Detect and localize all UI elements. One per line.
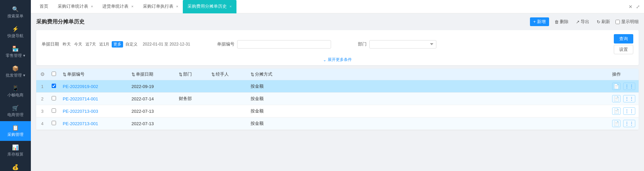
more-action-2[interactable]: ⋮⋮ <box>623 107 635 115</box>
row-actions-3: 📄 ⋮⋮ <box>609 117 639 130</box>
handler-sort[interactable]: ⇅ 经手人 <box>211 71 229 77</box>
date-field: 单据日期 昨天 今天 近7天 近1月 更多 自定义 2022-01-01 至 2… <box>42 41 190 48</box>
toolbar: + 新增 🗑 删除 ↗ 导出 ↻ 刷新 显示明细 <box>530 17 639 26</box>
refresh-button[interactable]: ↻ 刷新 <box>595 18 612 26</box>
row-select-0[interactable] <box>52 84 56 88</box>
show-columns-checkbox[interactable]: 显示明细 <box>615 19 639 25</box>
view-action-3[interactable]: 📄 <box>612 120 621 127</box>
search-icon: 🔍 <box>1 6 30 12</box>
doc-date-sort[interactable]: ⇅ 单据日期 <box>131 71 153 77</box>
doc-no-field: 单据编号 <box>217 40 331 49</box>
table-header-row: ⚙ ⇅ 单据编号 ⇅ <box>36 69 639 80</box>
expand-window-icon[interactable]: ⤢ <box>636 4 640 9</box>
col-dept-header: ⇅ 部门 <box>175 69 208 80</box>
more-action-3[interactable]: ⋮⋮ <box>623 120 635 127</box>
view-action-2[interactable]: 📄 <box>612 107 621 115</box>
sidebar-item-quicknav[interactable]: ⚡快捷导航 <box>0 22 31 42</box>
search-buttons: 查询 设置 <box>614 34 633 54</box>
yesterday-btn[interactable]: 昨天 <box>62 41 72 48</box>
row-select-2[interactable] <box>52 108 56 113</box>
add-button[interactable]: + 新增 <box>530 17 549 26</box>
row-select-1[interactable] <box>52 96 56 100</box>
row-actions-1: 📄 ⋮⋮ <box>609 93 639 105</box>
col-doc-no-header: ⇅ 单据编号 <box>59 69 128 80</box>
col-settings-header: ⚙ <box>36 69 48 80</box>
tab-close-stock-in-stat[interactable]: × <box>131 0 133 13</box>
expand-more-row: ⌄ 展开更多条件 <box>42 57 633 63</box>
tab-label-purchase-order-stat: 采购订单统计表 <box>58 0 88 13</box>
sidebar-item-finance[interactable]: 💰资金管理 <box>0 161 31 171</box>
tab-close-purchase-order-exec[interactable]: × <box>176 0 178 13</box>
tab-close-purchase-cost-history[interactable]: × <box>229 0 231 13</box>
chevron-down-icon: ⌄ <box>323 58 326 62</box>
tab-close-purchase-order-stat[interactable]: × <box>91 0 93 13</box>
row-handler-2 <box>208 105 248 117</box>
row-num-0: 1 <box>36 80 48 93</box>
table-body: 1 PE-20220919-002 2022-09-19 按金额 📄 ⋮⋮ 2 <box>36 80 639 130</box>
more-action-1[interactable]: ⋮⋮ <box>623 95 635 102</box>
doc-no-link-0[interactable]: PE-20220919-002 <box>63 84 98 89</box>
dept-sort[interactable]: ⇅ 部门 <box>179 71 192 77</box>
tab-label-purchase-order-exec: 采购订单执行表 <box>143 0 173 13</box>
col-doc-date-header: ⇅ 单据日期 <box>128 69 175 80</box>
sidebar-item-miniapp[interactable]: 📱小畅电商 <box>0 82 31 101</box>
action-icons-0: 📄 ⋮⋮ <box>612 83 635 90</box>
search-settings-button[interactable]: 设置 <box>614 45 633 54</box>
sidebar-item-retail[interactable]: 🏪零售管理 ▾ <box>0 42 31 62</box>
more-action-0[interactable]: ⋮⋮ <box>623 83 635 90</box>
row-handler-1 <box>208 93 248 105</box>
col-checkbox-header <box>48 69 59 80</box>
sidebar-item-inventory[interactable]: 📊库存核算 <box>0 141 31 161</box>
row-split-method-3: 按金额 <box>247 117 609 130</box>
doc-no-sort[interactable]: ⇅ 单据编号 <box>63 71 85 77</box>
dept-select[interactable]: 财务部 <box>369 40 436 49</box>
row-doc-no-1: PE-20220714-001 <box>59 93 128 105</box>
tab-purchase-order-stat[interactable]: 采购订单统计表× <box>53 0 98 13</box>
sidebar-item-search[interactable]: 🔍搜索菜单 <box>0 3 31 22</box>
sidebar-item-purchase[interactable]: 📋采购管理 <box>0 121 31 141</box>
tab-bar: 首页采购订单统计表×进货单统计表×采购订单执行表×采购费用分摊单历史× ✕ ⤢ <box>31 0 644 13</box>
export-button[interactable]: ↗ 导出 <box>574 18 591 26</box>
last7days-btn[interactable]: 近7天 <box>85 41 97 48</box>
tab-home[interactable]: 首页 <box>35 0 53 13</box>
row-dept-3 <box>175 117 208 130</box>
inventory-icon: 📊 <box>1 144 30 151</box>
expand-conditions-btn[interactable]: ⌄ 展开更多条件 <box>323 57 352 63</box>
select-all-checkbox[interactable] <box>52 72 56 76</box>
row-doc-no-0: PE-20220919-002 <box>59 80 128 93</box>
tab-purchase-order-exec[interactable]: 采购订单执行表× <box>138 0 183 13</box>
delete-button[interactable]: 🗑 删除 <box>552 18 571 26</box>
tab-purchase-cost-history[interactable]: 采购费用分摊单历史× <box>183 0 236 13</box>
page-header: 采购费用分摊单历史 + 新增 🗑 删除 ↗ 导出 ↻ 刷新 显示明细 <box>36 17 639 26</box>
tab-stock-in-stat[interactable]: 进货单统计表× <box>98 0 138 13</box>
search-panel: 单据日期 昨天 今天 近7天 近1月 更多 自定义 2022-01-01 至 2… <box>36 30 639 65</box>
search-row-1: 单据日期 昨天 今天 近7天 近1月 更多 自定义 2022-01-01 至 2… <box>42 34 633 54</box>
today-btn[interactable]: 今天 <box>73 41 83 48</box>
split-method-sort[interactable]: ⇅ 分摊方式 <box>251 71 272 77</box>
query-button[interactable]: 查询 <box>614 34 633 44</box>
view-action-1[interactable]: 📄 <box>612 95 621 102</box>
delete-icon: 🗑 <box>554 19 559 24</box>
more-dates-btn[interactable]: 更多 <box>112 41 123 48</box>
purchase-icon: 📋 <box>1 124 30 131</box>
show-columns-input[interactable] <box>615 20 620 24</box>
sidebar-label-quicknav: 快捷导航 <box>1 33 30 39</box>
column-settings-icon[interactable]: ⚙ <box>40 71 45 77</box>
sidebar-item-ecommerce[interactable]: 🛒电商管理 <box>0 101 31 121</box>
last1month-btn[interactable]: 近1月 <box>98 41 111 48</box>
refresh-icon: ↻ <box>597 19 600 24</box>
custom-date-btn[interactable]: 自定义 <box>124 41 139 48</box>
main-area: 首页采购订单统计表×进货单统计表×采购订单执行表×采购费用分摊单历史× ✕ ⤢ … <box>31 0 644 171</box>
close-window-icon[interactable]: ✕ <box>629 4 633 9</box>
doc-no-link-3[interactable]: PE-20220713-001 <box>63 121 98 126</box>
sidebar-item-wholesale[interactable]: 📦批发管理 ▾ <box>0 62 31 82</box>
doc-no-input[interactable] <box>237 40 331 49</box>
row-select-3[interactable] <box>52 121 56 125</box>
doc-no-link-2[interactable]: PE-20220713-003 <box>63 109 98 114</box>
doc-no-link-1[interactable]: PE-20220714-001 <box>63 96 98 101</box>
data-table-container: ⚙ ⇅ 单据编号 ⇅ <box>36 69 639 130</box>
row-checkbox-1 <box>48 93 59 105</box>
date-shortcuts: 昨天 今天 近7天 近1月 更多 自定义 <box>62 41 139 48</box>
view-action-0[interactable]: 📄 <box>612 83 621 90</box>
ecommerce-icon: 🛒 <box>1 105 30 111</box>
